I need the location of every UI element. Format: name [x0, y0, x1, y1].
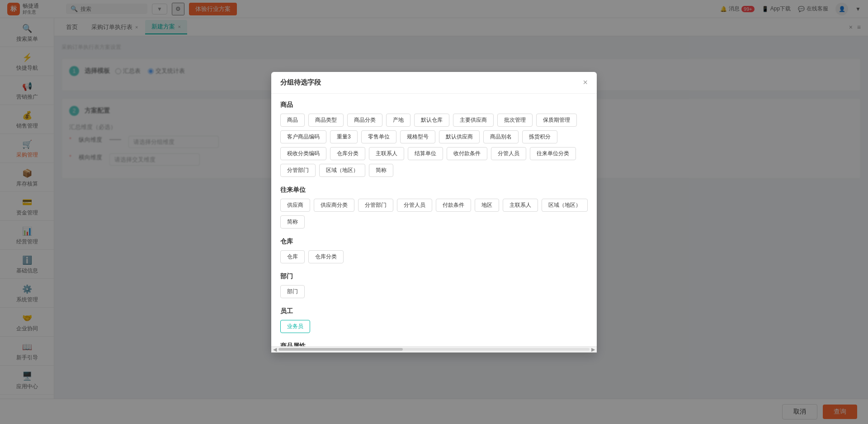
field-tag-customer-code[interactable]: 客户商品编码: [280, 130, 326, 143]
field-tag-default-warehouse[interactable]: 默认仓库: [414, 114, 449, 127]
department-field-grid: 部门: [280, 285, 588, 298]
section-partner-label: 往来单位: [280, 186, 588, 194]
section-goods-label: 商品: [280, 101, 588, 109]
partner-field-grid: 供应商 供应商分类 分管部门 分管人员 付款条件 地区 主联系人 区域（地区） …: [280, 199, 588, 229]
field-tag-payment-condition[interactable]: 付款条件: [436, 199, 471, 212]
field-tag-settlement-unit[interactable]: 结算单位: [408, 147, 443, 160]
employee-field-grid: 业务员: [280, 320, 588, 333]
field-tag-origin[interactable]: 产地: [386, 114, 410, 127]
field-tag-partner-category[interactable]: 往来单位分类: [530, 147, 576, 160]
section-employee: 员工 业务员: [280, 307, 588, 333]
section-partner: 往来单位 供应商 供应商分类 分管部门 分管人员 付款条件 地区 主联系人 区域…: [280, 186, 588, 229]
field-tag-region[interactable]: 区域（地区）: [319, 164, 365, 177]
field-tag-dept[interactable]: 分管部门: [280, 164, 316, 177]
field-tag-salesperson[interactable]: 业务员: [280, 320, 310, 333]
scroll-right-btn[interactable]: ▶: [591, 347, 595, 353]
section-employee-label: 员工: [280, 307, 588, 315]
field-tag-weight[interactable]: 重量3: [330, 130, 358, 143]
section-warehouse-label: 仓库: [280, 238, 588, 246]
field-tag-goods-category[interactable]: 商品分类: [347, 114, 382, 127]
field-tag-abbr[interactable]: 简称: [369, 164, 393, 177]
section-department: 部门 部门: [280, 272, 588, 298]
field-tag-retail-unit[interactable]: 零售单位: [361, 130, 396, 143]
section-goods: 商品 商品 商品类型 商品分类 产地 默认仓库 主要供应商 批次管理 保质期管理…: [280, 101, 588, 177]
modal-horizontal-scrollbar[interactable]: ◀ ▶: [271, 346, 597, 353]
scroll-thumb: [278, 348, 403, 351]
field-tag-warehouse-category[interactable]: 仓库分类: [330, 147, 365, 160]
field-tag-partner-contact[interactable]: 主联系人: [503, 199, 538, 212]
field-tag-supplier-category[interactable]: 供应商分类: [314, 199, 354, 212]
modal-dialog: 分组待选字段 × 商品 商品 商品类型 商品分类 产地 默认仓库 主要供应商 批…: [271, 72, 597, 353]
modal-overlay: 分组待选字段 × 商品 商品 商品类型 商品分类 产地 默认仓库 主要供应商 批…: [0, 0, 868, 424]
field-tag-supervisor[interactable]: 分管人员: [491, 147, 526, 160]
field-tag-default-supplier[interactable]: 默认供应商: [439, 130, 480, 143]
goods-field-grid: 商品 商品类型 商品分类 产地 默认仓库 主要供应商 批次管理 保质期管理 客户…: [280, 114, 588, 177]
field-tag-department[interactable]: 部门: [280, 285, 305, 298]
field-tag-spec-model[interactable]: 规格型号: [400, 130, 435, 143]
modal-title: 分组待选字段: [280, 78, 321, 87]
field-tag-partner-dept[interactable]: 分管部门: [358, 199, 393, 212]
field-tag-partner-supervisor[interactable]: 分管人员: [397, 199, 432, 212]
field-tag-tax-code[interactable]: 税收分类编码: [280, 147, 326, 160]
section-goods-attr: 商品属性 属性 颜色 多规格 尺码 鞋码 1: [280, 342, 588, 346]
field-tag-payment-terms[interactable]: 收付款条件: [447, 147, 487, 160]
modal-close-button[interactable]: ×: [583, 78, 588, 86]
field-tag-goods-type[interactable]: 商品类型: [308, 114, 344, 127]
field-tag-main-contact[interactable]: 主联系人: [369, 147, 404, 160]
field-tag-goods[interactable]: 商品: [280, 114, 305, 127]
field-tag-goods-alias[interactable]: 商品别名: [483, 130, 519, 143]
modal-header: 分组待选字段 ×: [271, 72, 597, 94]
section-goods-attr-label: 商品属性: [280, 342, 588, 346]
modal-body: 商品 商品 商品类型 商品分类 产地 默认仓库 主要供应商 批次管理 保质期管理…: [271, 94, 597, 346]
field-tag-area[interactable]: 地区: [475, 199, 499, 212]
section-department-label: 部门: [280, 272, 588, 281]
field-tag-partner-abbr[interactable]: 简称: [280, 215, 305, 229]
field-tag-pick-points[interactable]: 拣货积分: [522, 130, 557, 143]
field-tag-batch-management[interactable]: 批次管理: [497, 114, 533, 127]
scroll-left-btn[interactable]: ◀: [273, 347, 277, 353]
field-tag-main-supplier[interactable]: 主要供应商: [453, 114, 494, 127]
field-tag-partner-region[interactable]: 区域（地区）: [542, 199, 588, 212]
field-tag-supplier[interactable]: 供应商: [280, 199, 310, 212]
field-tag-warehouse-cat[interactable]: 仓库分类: [308, 250, 344, 263]
section-warehouse: 仓库 仓库 仓库分类: [280, 238, 588, 263]
scroll-track: [278, 348, 590, 351]
field-tag-shelf-life[interactable]: 保质期管理: [536, 114, 577, 127]
field-tag-warehouse[interactable]: 仓库: [280, 250, 305, 263]
warehouse-field-grid: 仓库 仓库分类: [280, 250, 588, 263]
